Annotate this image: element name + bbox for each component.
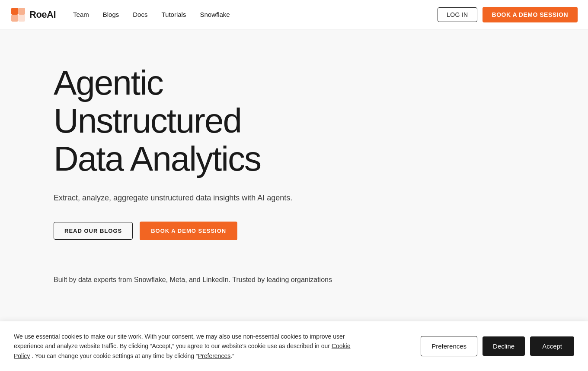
nav-link-team[interactable]: Team bbox=[73, 11, 89, 18]
book-demo-nav-button[interactable]: BOOK A DEMO SESSION bbox=[483, 7, 578, 22]
book-demo-hero-button[interactable]: BOOK A DEMO SESSION bbox=[140, 222, 237, 240]
accept-button[interactable]: Accept bbox=[530, 336, 574, 356]
svg-rect-0 bbox=[11, 8, 18, 15]
hero-title-line3: Data Analytics bbox=[54, 140, 261, 178]
svg-rect-1 bbox=[18, 8, 25, 15]
cookie-preferences-inline-link: Preferences bbox=[198, 352, 230, 359]
hero-section: Agentic Unstructured Data Analytics Extr… bbox=[54, 29, 534, 311]
decline-button[interactable]: Decline bbox=[483, 336, 525, 356]
read-blogs-button[interactable]: READ OUR BLOGS bbox=[54, 222, 133, 240]
cookie-actions: Preferences Decline Accept bbox=[421, 336, 574, 356]
nav-link-docs[interactable]: Docs bbox=[133, 11, 147, 18]
nav-link-tutorials[interactable]: Tutorials bbox=[161, 11, 186, 18]
svg-rect-3 bbox=[18, 15, 25, 22]
cookie-banner: We use essential cookies to make our sit… bbox=[0, 321, 588, 371]
hero-subtitle: Extract, analyze, aggregate unstructured… bbox=[54, 192, 296, 204]
nav-link-snowflake[interactable]: Snowflake bbox=[200, 11, 230, 18]
cookie-message-part3: .” bbox=[230, 352, 234, 359]
login-button[interactable]: LOG IN bbox=[438, 7, 477, 22]
roeai-logo-icon bbox=[10, 7, 26, 22]
hero-buttons: READ OUR BLOGS BOOK A DEMO SESSION bbox=[54, 222, 534, 240]
cookie-message-part1: We use essential cookies to make our sit… bbox=[14, 333, 345, 349]
hero-title-line2: Unstructured bbox=[54, 101, 241, 140]
preferences-button[interactable]: Preferences bbox=[421, 336, 477, 356]
nav-actions: LOG IN BOOK A DEMO SESSION bbox=[438, 7, 578, 22]
nav-links: Team Blogs Docs Tutorials Snowflake bbox=[73, 11, 438, 18]
hero-title-line1: Agentic bbox=[54, 63, 163, 102]
logo-text: RoeAI bbox=[29, 9, 56, 20]
nav-link-blogs[interactable]: Blogs bbox=[103, 11, 119, 18]
main-content: Agentic Unstructured Data Analytics Extr… bbox=[0, 29, 588, 371]
logo[interactable]: RoeAI bbox=[10, 7, 56, 22]
cookie-message: We use essential cookies to make our sit… bbox=[14, 332, 360, 361]
navigation: RoeAI Team Blogs Docs Tutorials Snowflak… bbox=[0, 0, 588, 29]
trust-text: Built by data experts from Snowflake, Me… bbox=[54, 275, 534, 285]
hero-title: Agentic Unstructured Data Analytics bbox=[54, 64, 534, 178]
cookie-message-part2: . You can change your cookie settings at… bbox=[32, 352, 198, 359]
svg-rect-2 bbox=[11, 15, 18, 22]
